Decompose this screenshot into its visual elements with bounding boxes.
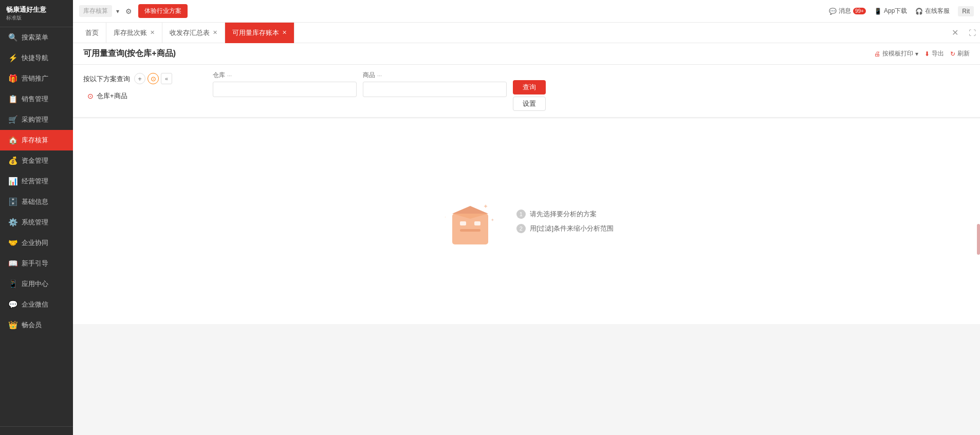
sidebar-item-member[interactable]: 👑 畅会员 [0, 315, 73, 335]
sidebar-item-sales[interactable]: 📋 销售管理 [0, 89, 73, 109]
tab-batch-account[interactable]: 库存批次账 ✕ [106, 23, 162, 43]
topbar-app-download[interactable]: 📱 App下载 [874, 7, 907, 15]
mobile-app-icon: 📱 [874, 8, 882, 15]
handshake-icon: 🤝 [8, 238, 17, 248]
empty-tips: 1 请先选择要分析的方案 2 用[过滤]条件来缩小分析范围 [516, 210, 614, 233]
scheme-item-warehouse-goods[interactable]: ⊙ 仓库+商品 [83, 89, 196, 103]
money-icon: 💰 [8, 156, 17, 165]
topbar-user[interactable]: Rit [958, 6, 974, 16]
tab-home[interactable]: 首页 [78, 23, 106, 43]
tab-batch-label: 库存批次账 [114, 28, 147, 37]
tab-stock-summary[interactable]: 收发存汇总表 ✕ [162, 23, 225, 43]
filter-actions: 查询 设置 [513, 71, 546, 111]
sidebar-item-label: 企业协同 [22, 238, 48, 248]
topbar: 库存核算 ▾ ⚙ 体验行业方案 💬 消息 99+ 📱 App下载 🎧 在线客服 … [73, 0, 980, 23]
query-panel: 按以下方案查询 + ⊙ « ⊙ 仓库+商品 [73, 65, 980, 118]
headset-icon: 🎧 [915, 8, 923, 15]
svg-text:·: · [445, 214, 446, 220]
scheme-label: 按以下方案查询 [83, 71, 130, 84]
topbar-online-service[interactable]: 🎧 在线客服 [915, 7, 950, 15]
sidebar-item-collab[interactable]: 🤝 企业协同 [0, 233, 73, 253]
refresh-btn[interactable]: ↻ 刷新 [950, 49, 970, 58]
sidebar-item-label: 销售管理 [22, 94, 48, 104]
chat-icon: 💬 [8, 300, 17, 309]
mobile-icon: 📱 [8, 279, 17, 289]
tab-available-close-icon[interactable]: ✕ [282, 29, 287, 36]
sidebar-item-appcenter[interactable]: 📱 应用中心 [0, 274, 73, 294]
tabbar-expand-icon[interactable]: ⛶ [965, 29, 980, 37]
goods-more-btn[interactable]: ··· [377, 72, 382, 79]
warehouse-input[interactable] [213, 82, 357, 97]
sidebar-item-basic[interactable]: 🗄️ 基础信息 [0, 192, 73, 212]
add-scheme-btn[interactable]: + [134, 73, 145, 84]
svg-text:✦: ✦ [491, 218, 494, 222]
sidebar-item-label: 营销推广 [22, 74, 48, 83]
sidebar-item-label: 采购管理 [22, 115, 48, 124]
tabbar: 首页 库存批次账 ✕ 收发存汇总表 ✕ 可用量库存账本 ✕ ✕ ⛶ [73, 23, 980, 43]
sidebar-item-guide[interactable]: 📖 新手引导 [0, 253, 73, 274]
gear-icon: ⚙️ [8, 218, 17, 227]
sidebar-item-inventory[interactable]: 🏠 库存核算 [0, 130, 73, 150]
export-icon: ⬇ [924, 50, 930, 58]
svg-text:✦: ✦ [483, 203, 488, 210]
empty-tip-2: 2 用[过滤]条件来缩小分析范围 [516, 224, 614, 233]
print-dropdown-icon[interactable]: ▾ [915, 50, 918, 58]
query-btn[interactable]: 查询 [513, 80, 546, 94]
empty-state-content: ✦ · ✦ 1 请先选择要分析的方案 2 用[过滤]条件来缩小分析范围 [439, 191, 614, 252]
topbar-dropdown-icon[interactable]: ▾ [116, 8, 119, 15]
scheme-item-icon: ⊙ [87, 92, 94, 100]
cart-icon: 🛒 [8, 115, 17, 124]
warehouse-label-text: 仓库 [213, 71, 225, 80]
collapse-btn[interactable]: « [161, 73, 172, 84]
sidebar-item-search[interactable]: 🔍 搜索菜单 [0, 27, 73, 48]
export-label: 导出 [932, 49, 944, 58]
sidebar-item-label: 搜索菜单 [22, 33, 48, 42]
topbar-message[interactable]: 💬 消息 99+ [829, 7, 866, 15]
tip-text-2: 用[过滤]条件来缩小分析范围 [530, 224, 614, 233]
goods-label: 商品 ··· [363, 71, 507, 80]
tabbar-close-all-icon[interactable]: ✕ [946, 28, 965, 37]
tab-available-stock[interactable]: 可用量库存账本 ✕ [225, 23, 294, 43]
print-template-btn[interactable]: 🖨 按模板打印 ▾ [874, 49, 918, 58]
filter-field-warehouse: 仓库 ··· [213, 71, 357, 97]
tip-num-1: 1 [516, 210, 526, 219]
empty-tip-1: 1 请先选择要分析的方案 [516, 210, 614, 219]
sidebar-item-label: 应用中心 [22, 279, 48, 289]
sidebar-item-system[interactable]: ⚙️ 系统管理 [0, 212, 73, 233]
scheme-settings-btn[interactable]: ⊙ [147, 73, 159, 84]
sidebar-item-label: 资金管理 [22, 156, 48, 165]
main-area: 库存核算 ▾ ⚙ 体验行业方案 💬 消息 99+ 📱 App下载 🎧 在线客服 … [73, 0, 980, 435]
sidebar-item-fund[interactable]: 💰 资金管理 [0, 150, 73, 171]
print-icon: 🖨 [874, 50, 880, 58]
topbar-gear-icon[interactable]: ⚙ [123, 5, 134, 17]
tip-num-2: 2 [516, 224, 526, 233]
tab-batch-close-icon[interactable]: ✕ [150, 29, 155, 36]
warehouse-more-btn[interactable]: ··· [227, 72, 232, 79]
svg-rect-3 [460, 221, 466, 225]
sidebar-item-label: 企业微信 [22, 300, 48, 309]
sidebar-item-label: 新手引导 [22, 259, 48, 268]
sidebar-item-biz[interactable]: 📊 经营管理 [0, 171, 73, 192]
sidebar-scroll: 🔍 搜索菜单 ⚡ 快捷导航 🎁 营销推广 📋 销售管理 🛒 采购管理 🏠 库存核… [0, 27, 73, 426]
refresh-icon: ↻ [950, 50, 955, 58]
sidebar-item-label: 快捷导航 [22, 53, 48, 63]
app-version: 标准版 [6, 14, 67, 22]
sidebar-item-corpwechat[interactable]: 💬 企业微信 [0, 294, 73, 315]
message-icon: 💬 [829, 8, 837, 15]
book-icon: 📖 [8, 259, 17, 268]
export-btn[interactable]: ⬇ 导出 [924, 49, 944, 58]
gift-icon: 🎁 [8, 74, 17, 83]
empty-state: ✦ · ✦ 1 请先选择要分析的方案 2 用[过滤]条件来缩小分析范围 [73, 119, 980, 324]
tab-stock-close-icon[interactable]: ✕ [213, 29, 217, 36]
scroll-indicator [977, 224, 980, 255]
topbar-right: 💬 消息 99+ 📱 App下载 🎧 在线客服 Rit [829, 6, 974, 16]
sidebar-item-shortcut[interactable]: ⚡ 快捷导航 [0, 48, 73, 68]
industry-btn[interactable]: 体验行业方案 [138, 4, 188, 18]
setting-btn[interactable]: 设置 [513, 97, 546, 111]
sidebar-item-purchase[interactable]: 🛒 采购管理 [0, 109, 73, 130]
database-icon: 🗄️ [8, 197, 17, 206]
goods-input[interactable] [363, 82, 507, 97]
goods-label-text: 商品 [363, 71, 375, 80]
search-icon: 🔍 [8, 33, 17, 42]
sidebar-item-marketing[interactable]: 🎁 营销推广 [0, 68, 73, 89]
